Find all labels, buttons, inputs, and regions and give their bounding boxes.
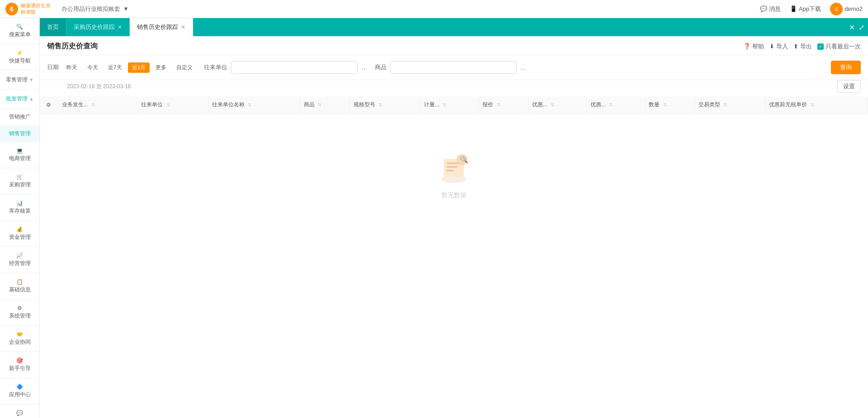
empty-state: 🔍 暂无数据: [40, 114, 868, 236]
ecommerce-icon: 💻: [16, 147, 23, 154]
settings-button[interactable]: 设置: [837, 80, 861, 93]
counterpart-input[interactable]: [231, 61, 358, 74]
sidebar-item-weixin[interactable]: 💬 企业微信: [0, 404, 39, 418]
col-biz-date[interactable]: 业务发生... ⇅: [58, 96, 137, 114]
page-content: 销售历史价查询 ❓ 帮助 ⬇ 导入 ⬆ 导出 ✓: [40, 36, 868, 418]
sidebar-item-system[interactable]: ⚙ 系统管理: [0, 299, 39, 326]
sidebar-item-inventory[interactable]: 📊 库存核算: [0, 195, 39, 221]
export-icon: ⬆: [793, 43, 798, 50]
sidebar-item-retail[interactable]: 零售管理 ▼: [0, 71, 39, 90]
sales-history-close-icon[interactable]: ✕: [181, 24, 185, 30]
sidebar-item-wholesale[interactable]: 批发管理 ▲: [0, 90, 39, 109]
col-discount2[interactable]: 优惠... ⇅: [587, 96, 645, 114]
system-icon: ⚙: [17, 305, 22, 311]
counterpart-dots[interactable]: ...: [361, 63, 367, 71]
message-icon: 💬: [760, 5, 767, 12]
sidebar-item-marketing[interactable]: 营销推广: [0, 109, 39, 125]
date-btn-custom[interactable]: 自定义: [172, 62, 197, 73]
sidebar-item-operations[interactable]: 📈 经营管理: [0, 247, 39, 273]
export-action[interactable]: ⬆ 导出: [793, 43, 812, 51]
col-spec[interactable]: 规格型号 ⇅: [349, 96, 420, 114]
col-counterpart-code[interactable]: 往来单位 ⇅: [137, 96, 208, 114]
col-settings[interactable]: ⚙: [40, 96, 58, 114]
maximize-icon[interactable]: ⤢: [859, 23, 864, 32]
col-tax-free-price[interactable]: 优惠前无税单价 ⇅: [765, 96, 868, 114]
app-download-icon: 📱: [790, 5, 797, 12]
breadcrumb-text: 办公用品行业模拟账套: [61, 5, 120, 13]
col-discount1[interactable]: 优惠... ⇅: [528, 96, 586, 114]
app-download-action[interactable]: 📱 App下载: [790, 5, 821, 13]
col-quantity[interactable]: 数量 ⇅: [645, 96, 695, 114]
logo-icon: 6: [5, 3, 18, 15]
filter-area: 日期 昨天 今天 近7天 近1月 更多 自定义 往来单位 ...: [40, 55, 868, 80]
date-range-text: 2023-02-18 至 2023-03-18: [67, 83, 131, 90]
sort-icon-unit: ⇅: [443, 102, 446, 107]
table-header: ⚙ 业务发生... ⇅ 往来单位 ⇅ 往来单位名称: [40, 96, 868, 114]
counterpart-filter-group: 往来单位 ...: [204, 61, 367, 74]
avatar: d: [830, 3, 843, 15]
tab-bar: 首页 采购历史价跟踪 ✕ 销售历史价跟踪 ✕ ✕ ⤢: [40, 18, 868, 36]
tab-purchase-history[interactable]: 采购历史价跟踪 ✕: [66, 18, 130, 36]
tab-home[interactable]: 首页: [40, 18, 66, 36]
help-icon: ❓: [743, 43, 750, 50]
sales-history-tab-label: 销售历史价跟踪: [137, 23, 178, 31]
user-action[interactable]: d demo2: [830, 3, 863, 15]
sort-icon-biz-date: ⇅: [91, 102, 95, 107]
sort-icon-quantity: ⇅: [663, 102, 667, 107]
table-wrapper: ⚙ 业务发生... ⇅ 往来单位 ⇅ 往来单位名称: [40, 96, 868, 418]
message-action[interactable]: 💬 消息: [760, 5, 781, 13]
sidebar-item-quicknav[interactable]: ⚡ 快捷导航: [0, 44, 39, 71]
sort-icon-counterpart-name: ⇅: [248, 102, 251, 107]
chevron-down-icon: ▼: [29, 77, 34, 82]
inventory-icon: 📊: [16, 200, 23, 206]
page-header-actions: ❓ 帮助 ⬇ 导入 ⬆ 导出 ✓ 只看最后一次: [743, 43, 861, 51]
main-layout: 🔍 搜索菜单 ⚡ 快捷导航 零售管理 ▼ 批发管理 ▲ 营销推广 销售管理 💻 …: [0, 18, 868, 418]
date-btn-yesterday[interactable]: 昨天: [62, 62, 81, 73]
purchase-history-tab-label: 采购历史价跟踪: [74, 23, 115, 31]
sidebar-item-basic[interactable]: 📋 基础信息: [0, 273, 39, 299]
breadcrumb-arrow-icon[interactable]: ▼: [123, 5, 129, 12]
col-trade-type[interactable]: 交易类型 ⇅: [694, 96, 765, 114]
data-table: ⚙ 业务发生... ⇅ 往来单位 ⇅ 往来单位名称: [40, 96, 868, 114]
only-last-checkbox[interactable]: ✓ 只看最后一次: [817, 43, 861, 51]
import-action[interactable]: ⬇ 导入: [769, 43, 788, 51]
counterpart-label: 往来单位: [204, 63, 227, 71]
sidebar: 🔍 搜索菜单 ⚡ 快捷导航 零售管理 ▼ 批发管理 ▲ 营销推广 销售管理 💻 …: [0, 18, 40, 418]
purchase-history-close-icon[interactable]: ✕: [118, 24, 122, 30]
date-btn-1month[interactable]: 近1月: [128, 62, 150, 73]
sort-icon-spec: ⇅: [378, 102, 382, 107]
col-unit[interactable]: 计量... ⇅: [420, 96, 479, 114]
col-counterpart-name[interactable]: 往来单位名称 ⇅: [208, 96, 300, 114]
col-price[interactable]: 报价 ⇅: [479, 96, 528, 114]
date-filter-group: 日期 昨天 今天 近7天 近1月 更多 自定义: [47, 62, 197, 73]
sidebar-item-guide[interactable]: 🎯 新手引导: [0, 352, 39, 378]
goods-dots[interactable]: ...: [520, 63, 526, 71]
date-btn-7days[interactable]: 近7天: [104, 62, 126, 73]
search-icon: 🔍: [16, 24, 23, 30]
help-action[interactable]: ❓ 帮助: [743, 43, 764, 51]
table-header-row: ⚙ 业务发生... ⇅ 往来单位 ⇅ 往来单位名称: [40, 96, 868, 114]
empty-text: 暂无数据: [441, 191, 467, 200]
sidebar-item-finance[interactable]: 💰 资金管理: [0, 221, 39, 247]
quick-nav-icon: ⚡: [16, 50, 23, 56]
guide-icon: 🎯: [16, 357, 23, 364]
top-bar: 6 畅捷通好生意 标准版 办公用品行业模拟账套 ▼ 💬 消息 📱 App下载 d…: [0, 0, 868, 18]
goods-input[interactable]: [390, 61, 517, 74]
purchase-icon: 🛒: [16, 174, 23, 180]
sidebar-item-collab[interactable]: 🤝 企业协同: [0, 326, 39, 352]
date-btn-more[interactable]: 更多: [151, 62, 170, 73]
query-button[interactable]: 查询: [831, 61, 861, 74]
tab-sales-history[interactable]: 销售历史价跟踪 ✕: [130, 18, 193, 36]
goods-label: 商品: [375, 63, 387, 71]
basic-info-icon: 📋: [16, 279, 23, 285]
sidebar-item-purchase[interactable]: 🛒 采购管理: [0, 168, 39, 195]
sidebar-item-sales[interactable]: 销售管理: [0, 125, 39, 142]
sidebar-item-ecommerce[interactable]: 💻 电商管理: [0, 142, 39, 168]
sidebar-item-appcenter[interactable]: 🔷 应用中心: [0, 378, 39, 404]
close-window-icon[interactable]: ✕: [849, 23, 855, 32]
date-btn-today[interactable]: 今天: [83, 62, 102, 73]
col-goods[interactable]: 商品 ⇅: [300, 96, 349, 114]
logo-area: 6 畅捷通好生意 标准版: [5, 3, 51, 15]
sidebar-item-search[interactable]: 🔍 搜索菜单: [0, 18, 39, 44]
checkbox-icon: ✓: [817, 43, 824, 50]
